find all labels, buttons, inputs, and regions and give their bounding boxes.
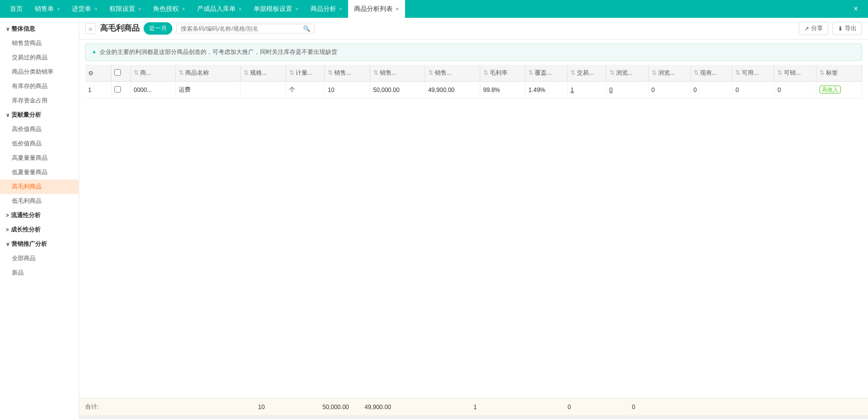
col-header-8[interactable]: ⇅销售... [425,65,480,82]
data-table: ⚙⇅商...⇅商品名称⇅规格...⇅计量...⇅销售...⇅销售...⇅销售..… [85,65,862,98]
total-label: 合计: [85,403,99,411]
chevron-icon: ∨ [6,112,9,118]
nav-item-销售单[interactable]: 销售单× [29,0,66,18]
row-transactions[interactable]: 1 [567,82,606,98]
footer-sales-amount: 50,000.00 [322,404,364,411]
row-checkbox[interactable] [111,82,130,98]
sidebar-item-销售货商品[interactable]: 销售货商品 [0,36,79,50]
chevron-icon: ∨ [6,26,9,32]
export-button[interactable]: ⬇ 导出 [832,22,862,35]
sidebar-item-低毛利商品[interactable]: 低毛利商品 [0,194,79,208]
sort-icon: ⇅ [610,69,614,76]
col-header-1[interactable] [111,65,130,82]
col-header-9[interactable]: ⇅毛利率 [480,65,525,82]
col-header-3[interactable]: ⇅商品名称 [176,65,241,82]
filter-recent-month-button[interactable]: 近一月 [144,22,172,35]
col-header-10[interactable]: ⇅覆盖... [525,65,567,82]
settings-icon[interactable]: ⚙ [88,70,94,77]
footer-sales-profit: 49,900.00 [364,404,407,411]
sidebar-group-整体信息[interactable]: ∨整体信息 [0,22,79,36]
sidebar-item-新品[interactable]: 新品 [0,266,79,280]
row-available-stock: 0 [732,82,774,98]
share-icon: ↗ [804,25,809,32]
sort-icon: ⇅ [735,69,740,76]
col-header-6[interactable]: ⇅销售... [325,65,370,82]
sort-icon: ⇅ [777,69,782,76]
sort-icon: ⇅ [528,69,533,76]
row-spec [241,82,286,98]
nav-close-icon[interactable]: × [57,6,60,12]
col-header-16[interactable]: ⇅可销... [774,65,817,82]
col-header-2[interactable]: ⇅商... [130,65,175,82]
chevron-icon: ∨ [6,241,9,247]
row-sales-qty: 10 [325,82,370,98]
col-header-14[interactable]: ⇅现有... [690,65,732,82]
sidebar-item-商品分类助销率[interactable]: 商品分类助销率 [0,65,79,79]
row-checkbox-input[interactable] [114,86,121,93]
sidebar-item-低价值商品[interactable]: 低价值商品 [0,137,79,151]
col-header-17[interactable]: ⇅标签 [817,65,862,82]
nav-item-商品分析[interactable]: 商品分析× [305,0,348,18]
nav-item-单据模板设置[interactable]: 单据模板设置× [248,0,304,18]
row-sellable-stock: 0 [774,82,817,98]
search-icon[interactable]: 🔍 [303,25,310,32]
col-header-15[interactable]: ⇅可用... [732,65,774,82]
footer-transactions: 1 [473,404,503,411]
collapse-sidebar-button[interactable]: « [85,23,96,34]
search-input[interactable] [181,25,301,32]
row-code: 0000... [130,82,175,98]
nav-close-icon[interactable]: × [239,6,242,12]
col-header-11[interactable]: ⇅交易... [567,65,606,82]
nav-item-角色授权[interactable]: 角色授权× [147,0,191,18]
sidebar-item-高夏量量商品[interactable]: 高夏量量商品 [0,151,79,165]
window-close-button[interactable]: × [848,4,864,13]
sort-icon: ⇅ [328,69,333,76]
sidebar-group-贡献量分析[interactable]: ∨贡献量分析 [0,108,79,122]
col-header-0[interactable]: ⚙ [85,65,111,82]
footer-bar: 合计: 10 50,000.00 49,900.00 1 0 0 [79,398,868,415]
nav-close-icon[interactable]: × [138,6,141,12]
sidebar-item-高毛利商品[interactable]: 高毛利商品 [0,180,79,194]
sort-icon: ⇅ [819,69,824,76]
nav-item-商品分析列表[interactable]: 商品分析列表× [348,0,405,18]
footer-sales-qty: 10 [258,404,288,411]
sidebar-group-成长性分析[interactable]: >成长性分析 [0,223,79,237]
sort-icon: ⇅ [179,69,184,76]
nav-item-首页[interactable]: 首页 [4,0,29,18]
row-unit: 个 [286,82,324,98]
sidebar-item-高价值商品[interactable]: 高价值商品 [0,122,79,137]
nav-close-icon[interactable]: × [295,6,298,12]
nav-item-权限设置[interactable]: 权限设置× [103,0,147,18]
sidebar-group-营销推广分析[interactable]: ∨营销推广分析 [0,237,79,251]
col-header-12[interactable]: ⇅浏览... [606,65,648,82]
nav-close-icon[interactable]: × [396,6,399,12]
sidebar-group-流通性分析[interactable]: >流通性分析 [0,208,79,223]
row-tag[interactable]: 高收入 [817,82,862,98]
share-button[interactable]: ↗ 分享 [799,22,828,35]
sidebar-item-交易过的商品[interactable]: 交易过的商品 [0,50,79,65]
nav-close-icon[interactable]: × [339,6,342,12]
col-header-13[interactable]: ⇅浏览... [648,65,690,82]
sort-icon: ⇅ [373,69,378,76]
row-views1[interactable]: 0 [606,82,648,98]
sidebar-item-全部商品[interactable]: 全部商品 [0,251,79,266]
col-header-7[interactable]: ⇅销售... [370,65,425,82]
nav-item-产成品入库单[interactable]: 产成品入库单× [191,0,248,18]
sidebar-item-低夏量量商品[interactable]: 低夏量量商品 [0,165,79,180]
tag-label: 高收入 [819,86,841,93]
select-all-checkbox[interactable] [114,69,121,76]
bottom-scrollbar[interactable] [79,415,868,419]
col-header-4[interactable]: ⇅规格... [241,65,286,82]
row-gross-rate: 99.8% [480,82,525,98]
sidebar-item-有库存的商品[interactable]: 有库存的商品 [0,79,79,93]
col-header-5[interactable]: ⇅计量... [286,65,324,82]
nav-item-进货单[interactable]: 进货单× [66,0,103,18]
row-views1-link[interactable]: 0 [610,87,613,93]
nav-close-icon[interactable]: × [94,6,97,12]
row-transactions-link[interactable]: 1 [570,87,574,93]
sort-icon: ⇅ [244,69,249,76]
sidebar-item-库存资金占用[interactable]: 库存资金占用 [0,93,79,108]
nav-close-icon[interactable]: × [182,6,185,12]
footer-sellable-stock: 0 [632,404,664,411]
sidebar: ∨整体信息销售货商品交易过的商品商品分类助销率有库存的商品库存资金占用∨贡献量分… [0,18,79,419]
